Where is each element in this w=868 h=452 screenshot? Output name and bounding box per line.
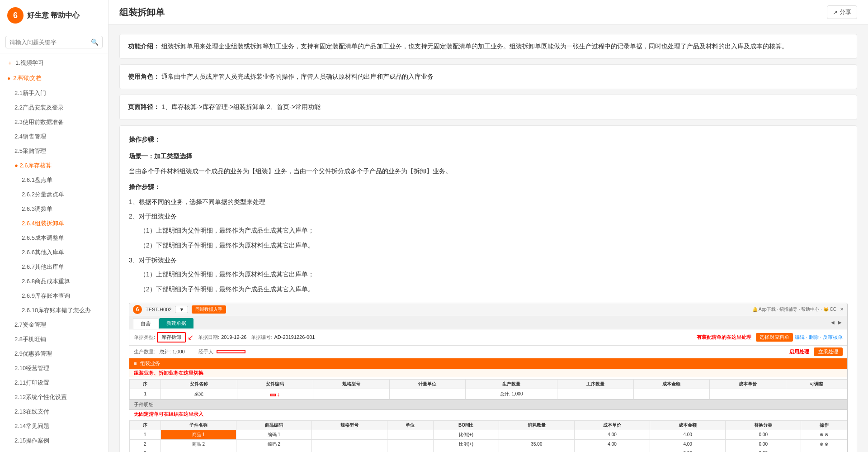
intro-text: 组装拆卸单用来处理企业组装或拆卸等加工业务，支持有固定装配清单的产品加工业务，也…	[161, 43, 788, 50]
sidebar-item-2-6-8-label: 2.6.8商品成本重算	[22, 278, 70, 285]
role-block: 使用角色： 通常由生产人员或库管人员完成拆装业务的操作，库管人员确认原材料的出库…	[119, 64, 857, 89]
edit-link[interactable]: 编辑 · 删除 · 反审核单	[795, 334, 843, 341]
search-box[interactable]: 🔍	[5, 36, 103, 48]
app-dropdown[interactable]: ▼	[175, 306, 188, 313]
sidebar-item-2-15[interactable]: 2.15操作案例	[0, 433, 108, 448]
sidebar-item-2-11-label: 2.11打印设置	[14, 379, 49, 386]
sidebar-item-2-14[interactable]: 2.14常见问题	[0, 419, 108, 433]
sidebar-item-2-3[interactable]: 2.3使用前数据准备	[0, 115, 108, 129]
sidebar-item-2-6-8[interactable]: 2.6.8商品成本重算	[0, 274, 108, 289]
app-tab-1[interactable]: 自营	[133, 318, 158, 329]
sidebar-item-2-9[interactable]: 2.9优惠券管理	[0, 347, 108, 361]
sidebar-item-2-6-1[interactable]: 2.6.1盘点单	[0, 173, 108, 187]
sidebar-item-2-9-label: 2.9优惠券管理	[14, 350, 52, 357]
sidebar-item-2-6-label: 2.6库存核算	[19, 162, 51, 169]
table-row: 2 商品 2 编码 2 比例(+) 35.00 4.00 4.00 0.	[130, 439, 847, 449]
sidebar-item-2-6-2-label: 2.6.2分量盘点单	[22, 191, 64, 198]
sidebar-item-1[interactable]: ＋ 1.视频学习	[0, 55, 108, 71]
app-screenshot: 6 TEST-H002 ▼ 同期数据入手 🔔 App下载 · 招招辅导 · 帮助…	[129, 303, 848, 452]
annotation-2: 组装业务、拆卸业务在这里切换	[134, 370, 203, 376]
code-field[interactable]	[270, 394, 276, 396]
sidebar-item-2-6[interactable]: ● 2.6库存核算	[0, 158, 108, 173]
nav-section: ＋ 1.视频学习 ● 2.帮助文档 2.1新手入门 2.2产品安装及登录 2.3…	[0, 53, 108, 450]
intro-label: 功能介绍：	[128, 43, 160, 50]
sidebar-item-2-10-label: 2.10经营管理	[14, 365, 49, 371]
step2-sub1: （1）上部明细为父件明细，最终作为产成品生成其它入库单；	[140, 225, 848, 236]
sidebar-item-2-12-label: 2.12系统个性化设置	[14, 394, 67, 400]
sidebar-item-2-6-7[interactable]: 2.6.7其他出库单	[0, 260, 108, 274]
plus-icon: ＋	[7, 59, 13, 67]
annotation-3: 启用处理	[789, 348, 809, 355]
sidebar-item-2-4-label: 2.4销售管理	[14, 133, 46, 140]
sidebar-item-2-6-4[interactable]: 2.6.4组装拆卸单	[0, 216, 108, 231]
sidebar-item-2-6-2[interactable]: 2.6.2分量盘点单	[0, 187, 108, 202]
logo-icon: 6	[7, 7, 24, 24]
path-block: 页面路径： 1、库存核算->库存管理->组装拆卸单 2、首页->常用功能	[119, 95, 857, 119]
logo-area: 6 好生意 帮助中心	[0, 0, 108, 31]
sidebar-item-2-13[interactable]: 2.13在线支付	[0, 404, 108, 419]
app-title: TEST-H002	[146, 307, 171, 312]
person-label: 经手人:	[198, 348, 215, 355]
app-btn-primary[interactable]: 同期数据入手	[192, 305, 226, 314]
person-value[interactable]	[217, 350, 245, 353]
col-adjust: 可调整	[786, 379, 847, 389]
doc-type-value[interactable]: 库存拆卸	[157, 332, 186, 343]
sidebar-item-2-6-5[interactable]: 2.6.5成本调整单	[0, 231, 108, 245]
sidebar-item-2-label: 2.帮助文档	[13, 74, 42, 82]
sidebar-item-2-13-label: 2.13在线支付	[14, 408, 49, 415]
table-section-label: 组装业务	[140, 360, 160, 367]
sidebar-item-2[interactable]: ● 2.帮助文档	[0, 71, 108, 86]
step2: 2、对于组装业务	[129, 211, 848, 222]
search-area: 🔍	[0, 31, 108, 53]
step3-sub2: （2）下部明细为子件明细，最终作为产成品生成其它入库单。	[140, 284, 848, 295]
sidebar-item-2-5[interactable]: 2.5采购管理	[0, 144, 108, 158]
table-section-header: ≡ 组装业务	[129, 358, 847, 369]
sidebar-item-2-6-9-label: 2.6.9库存账本查询	[22, 292, 70, 299]
search-icon: 🔍	[91, 38, 99, 46]
sidebar-item-1-label: 1.视频学习	[15, 59, 44, 67]
sidebar-item-2-10[interactable]: 2.10经营管理	[0, 361, 108, 376]
minus-icon: ●	[7, 75, 10, 81]
sidebar-item-2-6-6[interactable]: 2.6.6其他入库单	[0, 245, 108, 260]
sidebar-item-2-7[interactable]: 2.7资金管理	[0, 318, 108, 332]
sidebar-item-2-2-label: 2.2产品安装及登录	[14, 104, 64, 111]
sidebar-item-2-11[interactable]: 2.11打印设置	[0, 376, 108, 390]
table-row: 1 采光 ↓ 总计: 1,000	[130, 389, 847, 399]
col-parent-name: 父件名称	[161, 379, 237, 389]
share-icon: ↗	[833, 9, 838, 16]
doc-date-value: 2019-12-26	[221, 334, 246, 340]
lower-table-container: 序 子件名称 商品编码 规格型号 单位 BOM比 消耗数量 成本单价 成本金额	[129, 419, 847, 452]
select-plan-btn[interactable]: 选择对应料单	[756, 333, 793, 342]
minus-icon-2-6: ●	[14, 162, 18, 169]
sidebar-item-2-6-10[interactable]: 2.6.10库存账本错了怎么办	[0, 303, 108, 318]
sidebar-item-2-4[interactable]: 2.4销售管理	[0, 129, 108, 144]
annotation-1: 有装配清单的在这里处理	[697, 334, 751, 341]
col-unit: 计量单位	[389, 379, 465, 389]
ops-steps-title: 操作步骤：	[129, 181, 848, 193]
process-btn[interactable]: 立采处理	[814, 347, 843, 356]
path-text: 1、库存核算->库存管理->组装拆卸单 2、首页->常用功能	[161, 103, 321, 110]
top-header: 组装拆卸单 ↗ 分享	[108, 0, 868, 25]
page-title: 组装拆卸单	[119, 6, 165, 19]
share-button[interactable]: ↗ 分享	[827, 5, 857, 19]
warehouse-value: 总计: 1,000	[160, 348, 185, 355]
doc-no-label: 单据编号:	[251, 334, 272, 341]
app-left-nav[interactable]: ◀	[829, 318, 836, 327]
sidebar-item-2-2[interactable]: 2.2产品安装及登录	[0, 100, 108, 115]
sidebar-item-2-6-9[interactable]: 2.6.9库存账本查询	[0, 289, 108, 303]
table-section-icon: ≡	[134, 361, 137, 366]
search-input[interactable]	[9, 39, 91, 46]
lower-table: 序 子件名称 商品编码 规格型号 单位 BOM比 消耗数量 成本单价 成本金额	[129, 420, 847, 452]
app-right-nav[interactable]: ▶	[836, 318, 844, 327]
upper-table: 序 父件名称 父件编码 规格型号 计量单位 生产数量 工序数量 成本金额 成本单…	[129, 379, 847, 400]
sidebar-item-2-6-6-label: 2.6.6其他入库单	[22, 249, 64, 256]
app-header-right: 🔔 App下载 · 招招辅导 · 帮助中心 · 🐱 CC	[752, 306, 836, 313]
sidebar-item-2-8[interactable]: 2.8手机旺铺	[0, 332, 108, 347]
sidebar-item-2-1[interactable]: 2.1新手入门	[0, 86, 108, 100]
sidebar-item-2-12[interactable]: 2.12系统个性化设置	[0, 390, 108, 404]
app-close-icon[interactable]: ✕	[840, 307, 844, 312]
logo-text: 好生意 帮助中心	[27, 11, 80, 20]
role-label: 使用角色：	[128, 73, 160, 80]
app-tab-2[interactable]: 新建单据	[159, 318, 193, 328]
sidebar-item-2-6-3[interactable]: 2.6.3调拨单	[0, 202, 108, 216]
